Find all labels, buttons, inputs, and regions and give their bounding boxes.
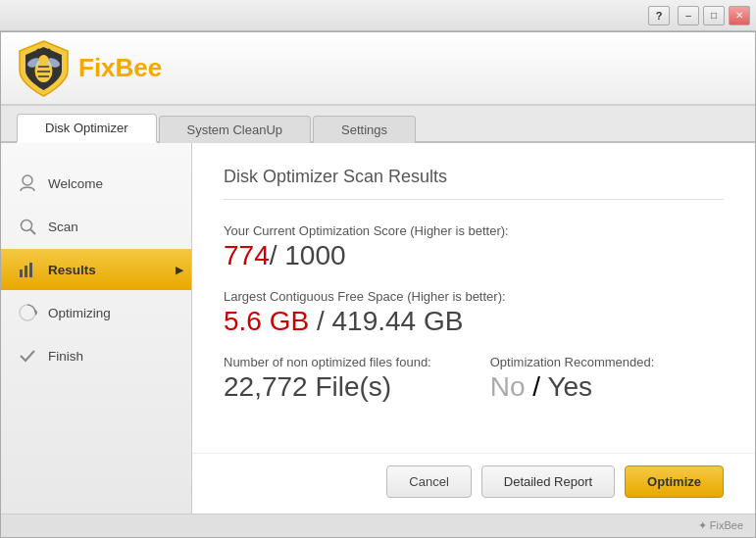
app-body: Welcome Scan Results Optimizing xyxy=(1,143,755,514)
freespace-max: / 419.44 GB xyxy=(309,306,463,336)
sidebar: Welcome Scan Results Optimizing xyxy=(1,143,192,514)
main-window: FixBee Disk Optimizer System CleanUp Set… xyxy=(0,31,756,538)
score-value: 774/ 1000 xyxy=(224,240,724,271)
tab-disk-optimizer[interactable]: Disk Optimizer xyxy=(17,114,157,143)
svg-point-12 xyxy=(22,220,32,231)
app-header: FixBee xyxy=(1,32,755,106)
logo-bee: Bee xyxy=(116,53,163,82)
svg-point-8 xyxy=(37,48,40,51)
window-controls: – □ ✕ xyxy=(678,6,750,25)
app-logo-text: FixBee xyxy=(78,53,162,83)
tab-settings[interactable]: Settings xyxy=(313,116,416,143)
opt-recommended-label: Optimization Recommended: xyxy=(490,355,655,369)
nonoptimized-number: 22,772 File(s) xyxy=(224,371,391,402)
optimize-button[interactable]: Optimize xyxy=(625,465,724,498)
logo-area: FixBee xyxy=(17,39,162,98)
svg-marker-17 xyxy=(35,310,37,316)
nonoptimized-label: Number of non optimized files found: xyxy=(224,355,431,369)
sidebar-item-finish[interactable]: Finish xyxy=(1,335,191,376)
score-section: Your Current Optimization Score (Higher … xyxy=(224,223,724,271)
svg-point-6 xyxy=(39,55,49,65)
freespace-number: 5.6 GB xyxy=(224,306,309,336)
opt-recommended-section: Optimization Recommended: No / Yes xyxy=(490,355,655,403)
help-button[interactable]: ? xyxy=(648,6,670,25)
score-max: / 1000 xyxy=(270,240,346,270)
opt-separator: / xyxy=(532,371,547,402)
main-content: Disk Optimizer Scan Results Your Current… xyxy=(192,143,755,453)
svg-rect-16 xyxy=(29,263,32,277)
sidebar-item-welcome[interactable]: Welcome xyxy=(1,163,191,204)
bottom-brand: ✦ FixBee xyxy=(698,519,743,532)
page-title: Disk Optimizer Scan Results xyxy=(224,167,724,200)
svg-point-10 xyxy=(48,48,51,51)
logo-shield-icon xyxy=(17,39,71,98)
sidebar-item-results[interactable]: Results xyxy=(1,249,191,290)
score-label: Your Current Optimization Score (Higher … xyxy=(224,223,724,238)
nonoptimized-value: 22,772 File(s) xyxy=(224,371,431,403)
sidebar-item-welcome-label: Welcome xyxy=(48,176,103,191)
svg-line-13 xyxy=(30,229,35,234)
scan-icon xyxy=(17,216,38,237)
score-number: 774 xyxy=(224,240,270,270)
sidebar-item-scan[interactable]: Scan xyxy=(1,206,191,247)
freespace-value: 5.6 GB / 419.44 GB xyxy=(224,306,724,337)
close-button[interactable]: ✕ xyxy=(729,6,750,25)
svg-rect-15 xyxy=(25,266,27,277)
svg-point-11 xyxy=(23,175,32,185)
bottom-bar: ✦ FixBee xyxy=(1,514,755,537)
freespace-label: Largest Contiguous Free Space (Higher is… xyxy=(224,289,724,304)
sidebar-item-finish-label: Finish xyxy=(48,349,83,364)
freespace-section: Largest Contiguous Free Space (Higher is… xyxy=(224,289,724,337)
tab-system-cleanup[interactable]: System CleanUp xyxy=(159,116,312,143)
footer-actions: Cancel Detailed Report Optimize xyxy=(192,453,755,514)
bottom-brand-text: ✦ FixBee xyxy=(698,519,743,532)
bottom-results-row: Number of non optimized files found: 22,… xyxy=(224,355,724,403)
maximize-button[interactable]: □ xyxy=(703,6,725,25)
detailed-report-button[interactable]: Detailed Report xyxy=(481,465,615,498)
svg-rect-14 xyxy=(20,269,23,277)
sidebar-item-scan-label: Scan xyxy=(48,220,78,234)
opt-no: No xyxy=(490,371,526,402)
minimize-button[interactable]: – xyxy=(678,6,699,25)
finish-icon xyxy=(17,345,38,367)
results-icon xyxy=(17,259,38,280)
tab-bar: Disk Optimizer System CleanUp Settings xyxy=(1,106,755,143)
welcome-icon xyxy=(17,172,38,194)
title-bar: ? – □ ✕ xyxy=(0,0,756,31)
sidebar-item-results-label: Results xyxy=(48,263,96,277)
opt-recommended-value: No / Yes xyxy=(490,371,655,403)
nonoptimized-section: Number of non optimized files found: 22,… xyxy=(224,355,431,403)
opt-yes: Yes xyxy=(547,371,592,402)
sidebar-item-optimizing[interactable]: Optimizing xyxy=(1,292,191,333)
logo-fix: Fix xyxy=(78,53,116,82)
sidebar-item-optimizing-label: Optimizing xyxy=(48,306,111,320)
cancel-button[interactable]: Cancel xyxy=(386,465,471,498)
optimizing-icon xyxy=(17,302,38,323)
